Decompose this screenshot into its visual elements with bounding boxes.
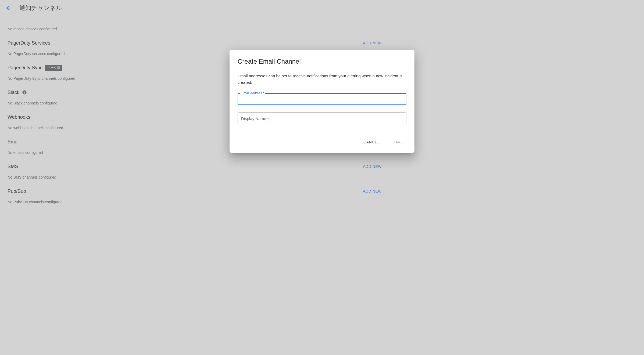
create-email-channel-modal: Create Email Channel Email addresses can… xyxy=(230,50,414,153)
email-address-field-wrapper: Email Address * xyxy=(238,93,406,105)
email-address-input[interactable] xyxy=(238,93,406,105)
save-button[interactable]: SAVE xyxy=(389,138,406,146)
modal-title: Create Email Channel xyxy=(238,58,406,65)
cancel-button[interactable]: CANCEL xyxy=(360,138,383,146)
display-name-field-wrapper: Display Name * xyxy=(238,113,406,124)
modal-description: Email addresses can be set to receive no… xyxy=(238,73,406,86)
display-name-input[interactable] xyxy=(238,113,406,124)
modal-overlay[interactable]: Create Email Channel Email addresses can… xyxy=(0,0,644,212)
modal-actions: CANCEL SAVE xyxy=(238,138,406,146)
